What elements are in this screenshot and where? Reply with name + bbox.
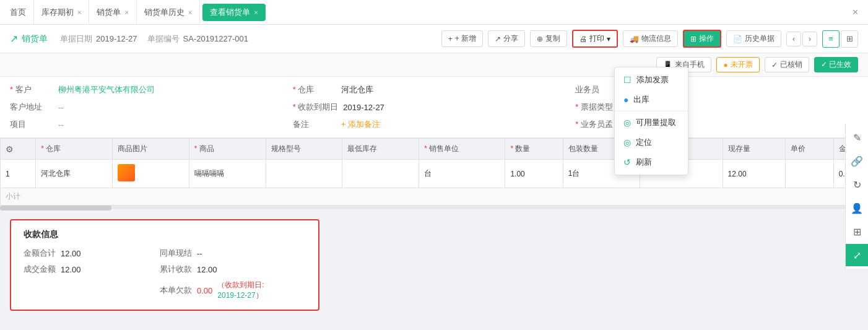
logistics-label: 物流信息 <box>641 33 671 44</box>
payment-row-empty <box>24 280 147 301</box>
payment-date-value: 2019-12-27 <box>338 103 389 112</box>
product-image <box>118 164 135 181</box>
logistics-button[interactable]: 🚚 物流信息 <box>623 30 678 47</box>
salesperson-label: 业务员孟 <box>575 119 618 130</box>
col-sales-unit: 销售单位 <box>419 139 505 160</box>
table-body: 1 河北仓库 嗝嗝嗝嗝 台 1.00 1台 12.00 0. <box>1 160 868 206</box>
not-opened-label: 未开票 <box>731 59 753 70</box>
menu-refresh[interactable]: ↺ 刷新 <box>615 152 688 172</box>
customer-label: 客户 <box>10 84 53 95</box>
doc-header: ↗ 销货单 单据日期 2019-12-27 单据编号 SA-20191227-0… <box>0 25 868 53</box>
sidebar-icon-refresh[interactable]: ↻ <box>846 173 868 196</box>
col-warehouse: 仓库 <box>36 139 113 160</box>
sidebar-icon-expand[interactable]: ⤢ <box>846 244 868 266</box>
available-qty-label: 可用量提取 <box>636 117 676 128</box>
col-spec: 规格型号 <box>266 139 342 160</box>
col-settings[interactable]: ⚙ <box>1 139 36 160</box>
tab-sales-order[interactable]: 销货单 × <box>89 0 136 25</box>
due-label: 本单欠款 <box>160 285 192 296</box>
warehouse-label: 仓库 <box>293 84 336 95</box>
tab-home[interactable]: 首页 <box>5 0 34 25</box>
print-button[interactable]: 🖨 打印 ▾ <box>572 30 618 48</box>
bottom-panel: 收款信息 金额合计 12.00 同单现结 -- 成交金额 12.00 累计收款 … <box>0 209 868 321</box>
add-invoice-icon: ☐ <box>623 75 631 85</box>
effective-badge: ✓ 已生效 <box>814 57 858 72</box>
share-button[interactable]: ↗ 分享 <box>488 30 525 47</box>
menu-add-invoice[interactable]: ☐ 添加发票 <box>615 70 688 90</box>
tab-sales-history-close[interactable]: × <box>188 9 192 16</box>
view-grid-btn[interactable]: ⊞ <box>841 30 858 48</box>
total-label: 金额合计 <box>24 248 56 259</box>
history-button[interactable]: 📄 历史单据 <box>726 30 781 47</box>
status-bar: 📱 来自手机 ● 未开票 ✓ 已核销 ✓ 已生效 <box>0 53 868 77</box>
operation-dropdown: ☐ 添加发票 ● 出库 ◎ 可用量提取 ◎ 定位 ↺ 刷新 <box>614 67 688 175</box>
payment-row-due: 本单欠款 0.00 （收款到期日: 2019-12-27） <box>160 280 284 301</box>
table-scrollbar-thumb <box>0 206 111 211</box>
nav-arrows: ‹ › <box>786 32 817 46</box>
staff-label: 业务员 <box>575 84 618 95</box>
menu-locate[interactable]: ◎ 定位 <box>615 132 688 152</box>
menu-available-qty[interactable]: ◎ 可用量提取 <box>615 113 688 132</box>
tab-view-sales[interactable]: 查看销货单 × <box>202 4 265 21</box>
tab-view-sales-label: 查看销货单 <box>210 7 250 18</box>
tab-sales-history-label: 销货单历史 <box>144 7 184 18</box>
tab-inventory-init[interactable]: 库存期初 × <box>34 0 89 25</box>
table-scrollbar[interactable] <box>0 206 868 209</box>
tab-view-sales-close[interactable]: × <box>254 9 258 16</box>
payment-row-total: 金额合计 12.00 <box>24 248 147 259</box>
sales-order-icon: ↗ <box>10 33 18 45</box>
tab-sales-order-close[interactable]: × <box>124 9 128 16</box>
view-list-btn[interactable]: ≡ <box>822 30 840 48</box>
sidebar-icon-edit[interactable]: ✎ <box>846 126 868 149</box>
settings-icon: ⚙ <box>6 144 14 154</box>
menu-divider-1 <box>615 111 688 111</box>
address-field: 客户地址 -- <box>10 102 293 113</box>
copy-icon: ⊕ <box>537 35 543 43</box>
confirm-label[interactable]: ✓ 已核销 <box>765 57 809 72</box>
project-value: -- <box>53 120 69 129</box>
new-button[interactable]: + + 新增 <box>441 30 483 47</box>
sidebar-icon-user[interactable]: 👤 <box>846 197 868 219</box>
tab-close-all[interactable]: × <box>848 7 863 18</box>
due-value: 0.00 <box>197 286 212 295</box>
outbound-icon: ● <box>623 95 628 105</box>
sidebar-icon-link[interactable]: 🔗 <box>846 150 868 172</box>
row-current-stock: 12.00 <box>723 160 785 188</box>
not-opened-btn[interactable]: ● 未开票 <box>716 57 759 72</box>
tab-inventory-label: 库存期初 <box>41 7 74 18</box>
form-row-1: 客户 柳州粤港平安气体有限公司 仓库 河北仓库 业务员 演示账号 <box>10 84 858 95</box>
col-min-stock: 最低库存 <box>342 139 419 160</box>
nav-next[interactable]: › <box>802 32 817 46</box>
doc-no-value: SA-20191227-001 <box>183 34 249 43</box>
tab-sales-history[interactable]: 销货单历史 × <box>137 0 200 25</box>
tab-inventory-close[interactable]: × <box>77 9 81 16</box>
payment-row-same-settle: 同单现结 -- <box>160 248 284 259</box>
row-no: 1 <box>1 160 36 188</box>
col-current-stock: 现存量 <box>723 139 785 160</box>
operation-icon: ⊞ <box>690 35 697 43</box>
menu-outbound[interactable]: ● 出库 <box>615 90 688 110</box>
sales-table: ⚙ 仓库 商品图片 商品 规格型号 最低库存 销售单位 数量 包装数量 可用量 … <box>0 138 868 206</box>
row-min-stock <box>342 160 419 188</box>
new-icon: + <box>448 35 453 43</box>
note-field: 备注 添加备注 <box>293 119 576 130</box>
note-value[interactable]: 添加备注 <box>336 119 385 130</box>
operation-button[interactable]: ⊞ 操作 <box>683 30 721 48</box>
customer-value[interactable]: 柳州粤港平安气体有限公司 <box>53 84 160 95</box>
history-label: 历史单据 <box>745 33 775 44</box>
check-icon: ✓ <box>771 61 778 69</box>
tab-sales-order-label: 销货单 <box>97 7 121 18</box>
total-value: 12.00 <box>61 249 81 258</box>
sidebar-icon-table[interactable]: ⊞ <box>846 220 868 243</box>
doc-date-label: 单据日期 <box>60 33 92 45</box>
copy-button[interactable]: ⊕ 复制 <box>530 30 567 47</box>
row-qty: 1.00 <box>505 160 563 188</box>
same-settle-label: 同单现结 <box>160 248 192 259</box>
table-wrap: ⚙ 仓库 商品图片 商品 规格型号 最低库存 销售单位 数量 包装数量 可用量 … <box>0 138 868 206</box>
project-label: 项目 <box>10 119 53 130</box>
payment-info-title: 收款信息 <box>24 229 306 240</box>
row-product-img <box>112 160 189 188</box>
nav-prev[interactable]: ‹ <box>786 32 801 46</box>
available-qty-icon: ◎ <box>623 118 631 128</box>
subtotal-row: 小计 <box>1 188 868 206</box>
